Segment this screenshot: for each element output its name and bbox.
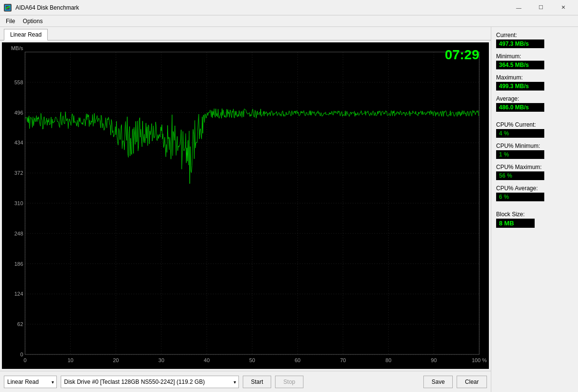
stat-cpu-minimum-label: CPU% Minimum:	[496, 143, 573, 149]
stat-cpu-maximum-value: 56 %	[496, 171, 544, 180]
main-container: Linear Read 07:29 Linear Read Random Rea…	[0, 27, 578, 392]
mode-select[interactable]: Linear Read Random Read Linear Write Ran…	[4, 376, 57, 388]
tab-linear-read[interactable]: Linear Read	[4, 29, 48, 40]
stat-current-label: Current:	[496, 32, 573, 39]
stat-cpu-average-label: CPU% Average:	[496, 185, 573, 192]
stat-average-label: Average:	[496, 95, 573, 102]
close-button[interactable]: ✕	[552, 0, 574, 15]
stat-maximum-group: Maximum: 499.3 MB/s	[496, 74, 573, 91]
start-button[interactable]: Start	[243, 376, 271, 388]
stat-average-group: Average: 486.0 MB/s	[496, 95, 573, 112]
menu-file[interactable]: File	[2, 17, 19, 26]
stat-block-size-group: Block Size: 8 MB	[496, 211, 573, 228]
stat-cpu-minimum-group: CPU% Minimum: 1 %	[496, 143, 573, 159]
save-button[interactable]: Save	[423, 376, 453, 388]
stat-cpu-average-group: CPU% Average: 6 %	[496, 185, 573, 201]
stat-block-size-label: Block Size:	[496, 211, 573, 218]
stat-current-value: 497.3 MB/s	[496, 39, 544, 48]
chart-container: 07:29	[2, 42, 489, 369]
stat-cpu-current-group: CPU% Current: 4 %	[496, 121, 573, 138]
mode-select-wrapper: Linear Read Random Read Linear Write Ran…	[4, 376, 57, 388]
menu-options[interactable]: Options	[19, 17, 46, 26]
stat-minimum-group: Minimum: 364.5 MB/s	[496, 53, 573, 69]
stat-cpu-maximum-label: CPU% Maximum:	[496, 164, 573, 170]
title-bar: AIDA64 Disk Benchmark — ☐ ✕	[0, 0, 578, 15]
stat-maximum-value: 499.3 MB/s	[496, 82, 544, 91]
stat-cpu-minimum-value: 1 %	[496, 150, 544, 159]
stat-current-group: Current: 497.3 MB/s	[496, 32, 573, 48]
maximize-button[interactable]: ☐	[530, 0, 552, 15]
stat-block-size-value: 8 MB	[496, 219, 535, 228]
minimize-button[interactable]: —	[508, 0, 530, 15]
stat-cpu-current-value: 4 %	[496, 129, 544, 138]
stat-cpu-current-label: CPU% Current:	[496, 121, 573, 128]
tab-strip: Linear Read	[0, 27, 491, 40]
clear-button[interactable]: Clear	[457, 376, 487, 388]
stat-maximum-label: Maximum:	[496, 74, 573, 81]
svg-line-1	[5, 6, 10, 9]
disk-select[interactable]: Disk Drive #0 [Teclast 128GB NS550-2242]…	[61, 376, 239, 388]
bottom-bar: Linear Read Random Read Linear Write Ran…	[0, 371, 491, 392]
menu-bar: File Options	[0, 15, 578, 27]
stat-cpu-maximum-group: CPU% Maximum: 56 %	[496, 164, 573, 180]
disk-chart	[2, 42, 489, 369]
window-controls: — ☐ ✕	[508, 0, 574, 15]
stat-minimum-value: 364.5 MB/s	[496, 61, 544, 69]
left-panel: Linear Read 07:29 Linear Read Random Rea…	[0, 27, 491, 392]
right-panel: Current: 497.3 MB/s Minimum: 364.5 MB/s …	[491, 27, 578, 392]
disk-select-wrapper: Disk Drive #0 [Teclast 128GB NS550-2242]…	[61, 376, 239, 388]
stat-cpu-average-value: 6 %	[496, 193, 544, 201]
stat-minimum-label: Minimum:	[496, 53, 573, 60]
chart-timer: 07:29	[445, 47, 479, 63]
title-bar-left: AIDA64 Disk Benchmark	[4, 4, 79, 12]
window-title: AIDA64 Disk Benchmark	[15, 4, 79, 11]
stat-average-value: 486.0 MB/s	[496, 103, 544, 112]
stop-button[interactable]: Stop	[275, 376, 303, 388]
app-icon	[4, 4, 12, 12]
